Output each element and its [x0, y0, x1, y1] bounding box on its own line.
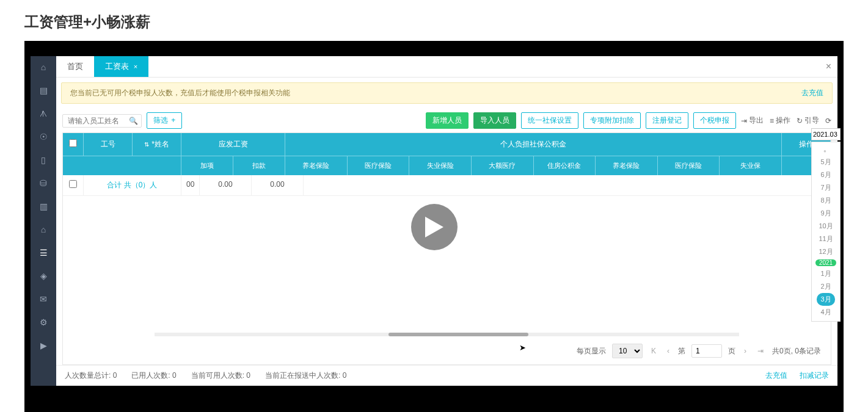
month-4[interactable]: 4月 — [812, 306, 840, 319]
data-table: 工号 ⇅ *姓名 应发工资 个人负担社保公积金 操作 加项 — [62, 132, 831, 365]
pager-prev-icon[interactable]: ‹ — [665, 347, 672, 355]
summary-v0: 00 — [181, 175, 200, 195]
th-gonghao: 工号 — [84, 133, 133, 156]
nav-salary-icon[interactable]: ☰ — [37, 247, 49, 259]
nav-org-icon[interactable]: ▥ — [37, 200, 49, 212]
tax-report-button[interactable]: 个税申报 — [693, 112, 736, 129]
refresh-icon[interactable]: ⟳ — [825, 117, 831, 125]
th-sub-9: 失业保 — [720, 156, 782, 175]
pager-first-icon[interactable]: K — [649, 347, 658, 355]
th-group-salary: 应发工资 — [181, 133, 285, 156]
scroll-thumb[interactable] — [388, 333, 529, 336]
select-all-checkbox[interactable] — [69, 139, 77, 147]
h-scrollbar[interactable] — [155, 333, 739, 336]
th-sub-1: 扣款 — [233, 156, 285, 175]
month-1[interactable]: 1月 — [812, 267, 840, 280]
svg-marker-0 — [425, 217, 443, 237]
summary-v2: 0.00 — [252, 175, 304, 195]
import-person-button[interactable]: 导入人员 — [473, 112, 516, 129]
nav-mail-icon[interactable]: ✉ — [37, 293, 49, 305]
filter-label: 筛选 — [153, 116, 168, 125]
guide-link[interactable]: ↻ 引导 — [797, 115, 819, 126]
export-link[interactable]: ⇥ 导出 — [741, 115, 764, 126]
per-page-select[interactable]: 10 — [612, 344, 643, 358]
video-play-button[interactable] — [411, 204, 458, 250]
nav-db-icon[interactable]: ⛁ — [37, 177, 49, 189]
operate-link[interactable]: ≡ 操作 — [770, 115, 790, 126]
summary-label: 合计 共（0）人 — [84, 175, 181, 195]
footer-sending: 当前正在报送中人次数: 0 — [265, 370, 346, 381]
th-group-social: 个人负担社保公积金 — [285, 133, 782, 156]
th-checkbox[interactable] — [63, 133, 84, 156]
th-sub-7: 养老保险 — [596, 156, 658, 175]
new-person-button[interactable]: 新增人员 — [426, 112, 469, 129]
play-icon — [425, 217, 443, 237]
row-checkbox[interactable] — [63, 175, 84, 195]
footer-bar: 人次数量总计: 0 已用人次数: 0 当前可用人次数: 0 当前正在报送中人次数… — [56, 365, 837, 386]
tab-home[interactable]: 首页 — [56, 56, 94, 77]
sort-icon: ⇅ — [144, 141, 149, 148]
th-sub-3: 医疗保险 — [348, 156, 410, 175]
month-7[interactable]: 7月 — [812, 181, 840, 194]
search-input[interactable] — [68, 117, 129, 125]
footer-used: 已用人次数: 0 — [131, 370, 176, 381]
month-dot[interactable] — [812, 145, 840, 156]
th-sub-5: 大额医疗 — [472, 156, 534, 175]
year-badge[interactable]: 2021 — [815, 259, 836, 266]
nav-shield-icon[interactable]: ◈ — [37, 270, 49, 282]
close-all-icon[interactable]: × — [820, 56, 837, 77]
plus-icon: + — [171, 116, 175, 125]
date-input[interactable]: 2021.03 — [811, 128, 841, 140]
nav-play-icon[interactable]: ▶ — [37, 339, 49, 352]
th-sub-2: 养老保险 — [285, 156, 348, 175]
pager-last-icon[interactable]: ⇥ — [755, 347, 766, 355]
tab-bar: 首页 工资表 × × — [56, 56, 837, 78]
footer-recharge-link[interactable]: 去充值 — [765, 370, 787, 381]
search-input-wrap: 🔍 — [62, 114, 142, 128]
warning-text: 您当前已无可用个税申报人次数，充值后才能使用个税申报相关功能 — [70, 88, 290, 98]
th-sub-0: 加项 — [181, 156, 233, 175]
pager-post-label: 页 — [728, 346, 735, 356]
page-title: 工资管理+小畅涨薪 — [24, 12, 844, 32]
tab-close-icon[interactable]: × — [134, 63, 137, 70]
th-sub-6: 住房公积金 — [534, 156, 596, 175]
th-sub-4: 失业保险 — [409, 156, 472, 175]
search-icon[interactable]: 🔍 — [129, 117, 138, 125]
nav-house-icon[interactable]: ⌂ — [37, 223, 49, 236]
social-setting-button[interactable]: 统一社保设置 — [521, 112, 578, 129]
deduction-button[interactable]: 专项附加扣除 — [583, 112, 641, 129]
footer-available: 当前可用人次数: 0 — [191, 370, 250, 381]
footer-log-link[interactable]: 扣减记录 — [800, 370, 829, 381]
nav-doc-icon[interactable]: ▤ — [37, 84, 49, 96]
pager: 每页显示 10 K ‹ 第 页 › ⇥ 共0页, 0条记录 — [63, 338, 831, 364]
table-body: 合计 共（0）人 00 0.00 0.00 — [63, 175, 831, 331]
warning-banner: 您当前已无可用个税申报人次数，充值后才能使用个税申报相关功能 去充值 — [61, 82, 833, 104]
month-2[interactable]: 2月 — [812, 280, 840, 293]
month-10[interactable]: 10月 — [812, 220, 840, 233]
month-11[interactable]: 11月 — [812, 233, 840, 245]
nav-file-icon[interactable]: ▯ — [37, 154, 49, 166]
sidebar: ⌂ ▤ ⩚ ☉ ▯ ⛁ ▥ ⌂ ☰ ◈ ✉ ⚙ ▶ — [31, 56, 56, 386]
month-8[interactable]: 8月 — [812, 194, 840, 207]
nav-gear-icon[interactable]: ⚙ — [37, 316, 49, 328]
nav-bag-icon[interactable]: ☉ — [37, 131, 49, 143]
nav-chart-icon[interactable]: ⩚ — [37, 107, 49, 120]
date-panel: 5月 6月 7月 8月 9月 10月 11月 12月 2021 1月 2月 3月… — [811, 142, 841, 322]
filter-button[interactable]: 筛选 + — [147, 112, 182, 129]
tab-salary[interactable]: 工资表 × — [94, 56, 148, 77]
nav-home-icon[interactable]: ⌂ — [37, 61, 49, 73]
pager-next-icon[interactable]: › — [742, 347, 749, 355]
th-name[interactable]: ⇅ *姓名 — [133, 133, 181, 156]
month-12[interactable]: 12月 — [812, 245, 840, 258]
pager-total: 共0页, 0条记录 — [772, 346, 821, 356]
month-9[interactable]: 9月 — [812, 207, 840, 220]
summary-row: 合计 共（0）人 00 0.00 0.00 — [63, 175, 831, 196]
warning-link[interactable]: 去充值 — [801, 88, 823, 98]
th-spacer — [63, 156, 181, 175]
month-5[interactable]: 5月 — [812, 156, 840, 168]
month-6[interactable]: 6月 — [812, 168, 840, 181]
cursor-icon: ➤ — [519, 343, 526, 352]
month-3[interactable]: 3月 — [817, 293, 835, 306]
pager-page-input[interactable] — [691, 344, 722, 358]
register-button[interactable]: 注册登记 — [646, 112, 688, 129]
